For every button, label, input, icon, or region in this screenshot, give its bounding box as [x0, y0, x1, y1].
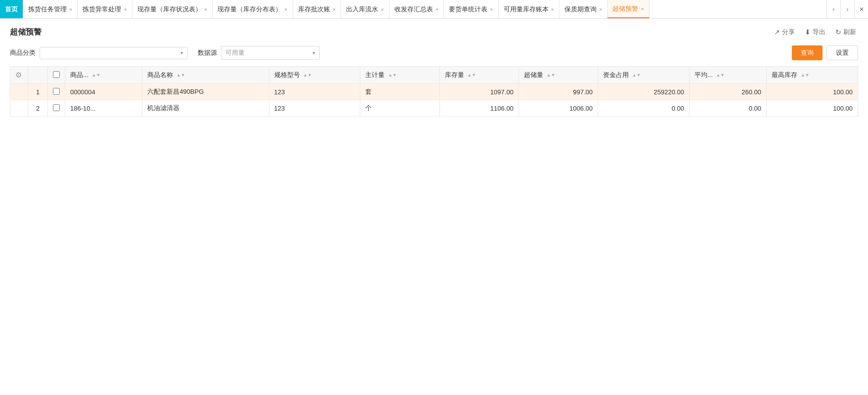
select-all-checkbox[interactable]: [53, 71, 60, 78]
category-select[interactable]: ▾: [40, 47, 188, 59]
home-label: 首页: [5, 5, 18, 14]
export-label: 导出: [813, 28, 825, 37]
tab-chaochuyujing[interactable]: 超储预警 ×: [608, 0, 649, 18]
tab-label: 出入库流水: [346, 5, 378, 14]
row-avg: 260.00: [689, 84, 766, 100]
nav-arrows: ‹ › ✕: [826, 0, 868, 18]
tab-xiancunliang-kucun[interactable]: 现存量（库存状况表） ×: [132, 0, 213, 18]
col-header-code[interactable]: 商品... ▲▼: [65, 67, 142, 84]
row-index: 2: [28, 100, 48, 117]
datasource-value: 可用量: [225, 48, 245, 57]
page-header: 超储预警 ↗ 分享 ⬇ 导出 ↻ 刷新: [10, 27, 858, 38]
tab-yaohuo-tongji[interactable]: 要货单统计表 ×: [444, 0, 498, 18]
close-icon[interactable]: ×: [124, 6, 127, 12]
close-icon[interactable]: ×: [69, 6, 72, 12]
col-header-unit[interactable]: 主计量 ▲▼: [360, 67, 439, 84]
row-checkbox-cell: [48, 100, 65, 117]
row-checkbox[interactable]: [53, 88, 60, 95]
row-action-cell: [10, 100, 28, 117]
data-table: ⚙ 商品... ▲▼ 商品名称 ▲▼ 规格型号 ▲▼: [10, 66, 858, 117]
row-max: 100.00: [767, 100, 858, 117]
close-icon[interactable]: ×: [381, 6, 384, 12]
share-icon: ↗: [774, 28, 780, 36]
row-spec: 123: [269, 84, 360, 100]
tab-kucun-picicang[interactable]: 库存批次账 ×: [293, 0, 341, 18]
table-row: 2 186-10... 机油滤清器 123 个 1106.00 1006.00 …: [10, 100, 858, 117]
col-header-capital[interactable]: 资金占用 ▲▼: [598, 67, 690, 84]
settings-button[interactable]: 设置: [826, 45, 858, 60]
col-header-checkbox: [48, 67, 65, 84]
row-capital: 0.00: [598, 100, 690, 117]
category-label: 商品分类: [10, 48, 36, 57]
col-header-avg[interactable]: 平均... ▲▼: [689, 67, 766, 84]
chevron-down-icon: ▾: [180, 50, 183, 56]
tab-shoufacun-huizong[interactable]: 收发存汇总表 ×: [390, 0, 444, 18]
row-index: 1: [28, 84, 48, 100]
table-row: 1 0000004 六配套新昌490BPG 123 套 1097.00 997.…: [10, 84, 858, 100]
refresh-button[interactable]: ↻ 刷新: [833, 27, 858, 38]
row-name: 六配套新昌490BPG: [142, 84, 269, 100]
share-label: 分享: [782, 28, 795, 37]
close-icon[interactable]: ×: [599, 6, 602, 12]
close-icon[interactable]: ×: [284, 6, 287, 12]
row-capital: 259220.00: [598, 84, 690, 100]
col-header-index: [28, 67, 48, 84]
close-icon[interactable]: ×: [641, 6, 644, 12]
datasource-label: 数据源: [198, 48, 217, 57]
sort-icon: ▲▼: [716, 73, 725, 78]
sort-icon: ▲▼: [303, 73, 312, 78]
col-capital-label: 资金占用: [603, 71, 629, 79]
row-code: 0000004: [65, 84, 142, 100]
tab-label: 超储预警: [612, 4, 638, 13]
row-unit: 个: [360, 100, 439, 117]
filter-row: 商品分类 ▾ 数据源 可用量 ▾ 查询 设置: [10, 45, 858, 60]
col-header-spec[interactable]: 规格型号 ▲▼: [269, 67, 360, 84]
row-spec: 123: [269, 100, 360, 117]
close-icon[interactable]: ×: [435, 6, 438, 12]
tab-keyongliang[interactable]: 可用量库存账本 ×: [499, 0, 560, 18]
tab-xiancunliang-fenbiao[interactable]: 现存量（库存分布表） ×: [213, 0, 293, 18]
col-header-max[interactable]: 最高库存 ▲▼: [767, 67, 858, 84]
sort-icon: ▲▼: [176, 73, 185, 78]
home-tab[interactable]: 首页: [0, 0, 23, 18]
col-avg-label: 平均...: [694, 71, 713, 79]
nav-prev-button[interactable]: ‹: [826, 0, 840, 18]
tab-jianhuo-renwu[interactable]: 拣货任务管理 ×: [23, 0, 78, 18]
sort-icon: ▲▼: [632, 73, 641, 78]
tab-baozhi-chaxun[interactable]: 保质期查询 ×: [560, 0, 608, 18]
row-checkbox-cell: [48, 84, 65, 100]
sort-icon: ▲▼: [388, 73, 397, 78]
row-stock: 1106.00: [439, 100, 519, 117]
tab-jianhuo-yichang[interactable]: 拣货异常处理 ×: [78, 0, 132, 18]
tab-label: 收发存汇总表: [394, 5, 433, 14]
sort-icon: ▲▼: [801, 73, 810, 78]
tab-label: 现存量（库存状况表）: [137, 5, 202, 14]
col-header-stock[interactable]: 库存量 ▲▼: [439, 67, 519, 84]
sort-icon: ▲▼: [91, 73, 100, 78]
tab-label: 要货单统计表: [449, 5, 487, 14]
col-header-name[interactable]: 商品名称 ▲▼: [142, 67, 269, 84]
nav-next-button[interactable]: ›: [840, 0, 854, 18]
close-icon[interactable]: ×: [333, 6, 336, 12]
row-stock: 1097.00: [439, 84, 519, 100]
datasource-select[interactable]: 可用量 ▾: [221, 46, 320, 60]
sort-icon: ▲▼: [546, 73, 555, 78]
close-icon[interactable]: ×: [551, 6, 554, 12]
table-settings-gear-icon[interactable]: ⚙: [15, 71, 22, 79]
export-button[interactable]: ⬇ 导出: [803, 27, 827, 38]
row-checkbox[interactable]: [53, 104, 60, 111]
col-header-over[interactable]: 超储量 ▲▼: [519, 67, 598, 84]
close-icon[interactable]: ×: [204, 6, 207, 12]
tab-label: 拣货任务管理: [28, 5, 67, 14]
col-header-settings: ⚙: [10, 67, 28, 84]
tab-label: 保质期查询: [564, 5, 597, 14]
query-button[interactable]: 查询: [792, 45, 823, 60]
col-spec-label: 规格型号: [274, 71, 300, 79]
share-button[interactable]: ↗ 分享: [772, 27, 797, 38]
tab-churuku-liushui[interactable]: 出入库流水 ×: [341, 0, 389, 18]
refresh-icon: ↻: [835, 28, 841, 36]
close-icon[interactable]: ×: [490, 6, 493, 12]
sort-icon: ▲▼: [467, 73, 476, 78]
col-unit-label: 主计量: [365, 71, 385, 79]
nav-close-button[interactable]: ✕: [854, 0, 868, 18]
